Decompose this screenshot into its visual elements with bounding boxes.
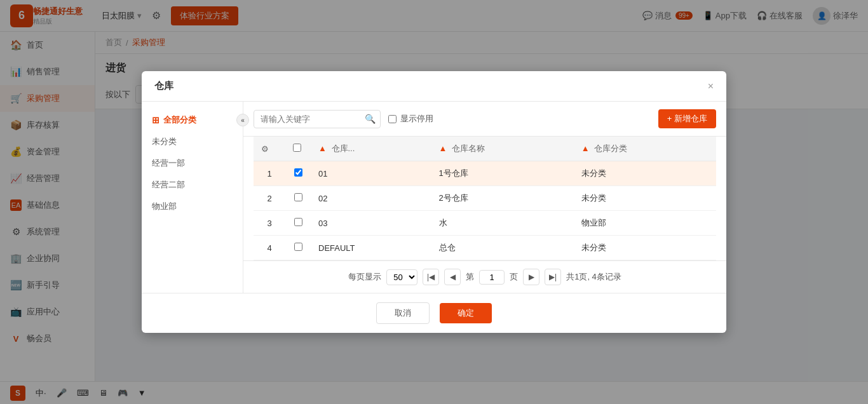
modal-body: ⊞ 全部分类 « 未分类 经营一部 经营二部 物业部 🔍: [142, 102, 726, 293]
modal-sidebar-item-dept1[interactable]: 经营一部: [142, 152, 243, 174]
row-index: 1: [254, 161, 285, 186]
row-name: 水: [431, 211, 574, 236]
search-wrap: 🔍: [254, 110, 381, 128]
page-number-input[interactable]: [479, 270, 505, 285]
show-disabled-checkbox[interactable]: [388, 115, 397, 123]
first-page-button[interactable]: |◀: [423, 269, 439, 285]
row-checkbox-cell: [285, 161, 311, 186]
row-checkbox[interactable]: [294, 168, 302, 177]
row-category: 未分类: [574, 186, 716, 211]
warehouse-modal: 仓库 × ⊞ 全部分类 « 未分类 经营一部 经营二部 物业部: [142, 71, 726, 333]
grid-icon: ⊞: [152, 115, 159, 125]
th-gear: ⚙: [254, 137, 285, 161]
row-category: 未分类: [574, 236, 716, 260]
last-page-button[interactable]: ▶|: [545, 269, 561, 285]
modal-header: 仓库 ×: [142, 71, 726, 102]
prev-page-button[interactable]: ◀: [444, 269, 461, 285]
search-icon[interactable]: 🔍: [365, 114, 376, 124]
row-category: 物业部: [574, 211, 716, 236]
modal-sidebar-title: ⊞ 全部分类 «: [142, 109, 243, 131]
row-checkbox[interactable]: [294, 243, 302, 251]
next-page-button[interactable]: ▶: [523, 269, 539, 285]
modal-sidebar-item-dept2[interactable]: 经营二部: [142, 174, 243, 196]
confirm-button[interactable]: 确定: [440, 303, 492, 323]
row-index: 2: [254, 186, 285, 211]
row-checkbox[interactable]: [294, 218, 302, 226]
row-name: 1号仓库: [431, 161, 574, 186]
search-input[interactable]: [254, 110, 381, 128]
modal-footer: 取消 确定: [142, 293, 726, 333]
th-code: ▲ 仓库...: [311, 137, 431, 161]
modal-close-button[interactable]: ×: [708, 81, 714, 92]
row-code: 01: [311, 161, 431, 186]
row-code: DEFAULT: [311, 236, 431, 260]
row-checkbox-cell: [285, 236, 311, 260]
row-index: 4: [254, 236, 285, 260]
pagination: 每页显示 50 |◀ ◀ 第 页 ▶ ▶| 共1页, 4条记录: [243, 260, 726, 293]
table-row[interactable]: 2 02 2号仓库 未分类: [254, 186, 716, 211]
row-checkbox-cell: [285, 211, 311, 236]
modal-sidebar: ⊞ 全部分类 « 未分类 经营一部 经营二部 物业部: [142, 102, 243, 293]
page-size-select[interactable]: 50: [386, 269, 417, 285]
th-category: ▲ 仓库分类: [574, 137, 716, 161]
warehouse-table-wrap: ⚙ ▲ 仓库... ▲: [243, 137, 726, 260]
row-code: 03: [311, 211, 431, 236]
modal-sidebar-item-property[interactable]: 物业部: [142, 196, 243, 217]
th-checkbox: [285, 137, 311, 161]
modal-title: 仓库: [154, 80, 173, 92]
modal-main-content: 🔍 显示停用 + 新增仓库 ⚙: [243, 102, 726, 293]
row-index: 3: [254, 211, 285, 236]
warehouse-table: ⚙ ▲ 仓库... ▲: [254, 137, 716, 260]
table-row[interactable]: 3 03 水 物业部: [254, 211, 716, 236]
modal-toolbar: 🔍 显示停用 + 新增仓库: [243, 102, 726, 137]
show-disabled-checkbox-label[interactable]: 显示停用: [388, 113, 433, 125]
gear-icon: ⚙: [261, 144, 269, 154]
row-code: 02: [311, 186, 431, 211]
row-checkbox[interactable]: [294, 193, 302, 201]
modal-overlay: 仓库 × ⊞ 全部分类 « 未分类 经营一部 经营二部 物业部: [0, 0, 868, 404]
row-checkbox-cell: [285, 186, 311, 211]
th-name: ▲ 仓库名称: [431, 137, 574, 161]
collapse-sidebar-button[interactable]: «: [236, 114, 249, 126]
add-warehouse-button[interactable]: + 新增仓库: [658, 109, 716, 128]
row-name: 总仓: [431, 236, 574, 260]
sort-cat-icon: ▲: [581, 144, 590, 153]
sort-icon: ▲: [318, 144, 327, 153]
cancel-button[interactable]: 取消: [376, 302, 430, 324]
table-row[interactable]: 4 DEFAULT 总仓 未分类: [254, 236, 716, 260]
table-row[interactable]: 1 01 1号仓库 未分类: [254, 161, 716, 186]
row-name: 2号仓库: [431, 186, 574, 211]
sort-name-icon: ▲: [439, 144, 447, 153]
row-category: 未分类: [574, 161, 716, 186]
select-all-checkbox[interactable]: [293, 144, 301, 152]
modal-sidebar-item-uncategorized[interactable]: 未分类: [142, 131, 243, 152]
